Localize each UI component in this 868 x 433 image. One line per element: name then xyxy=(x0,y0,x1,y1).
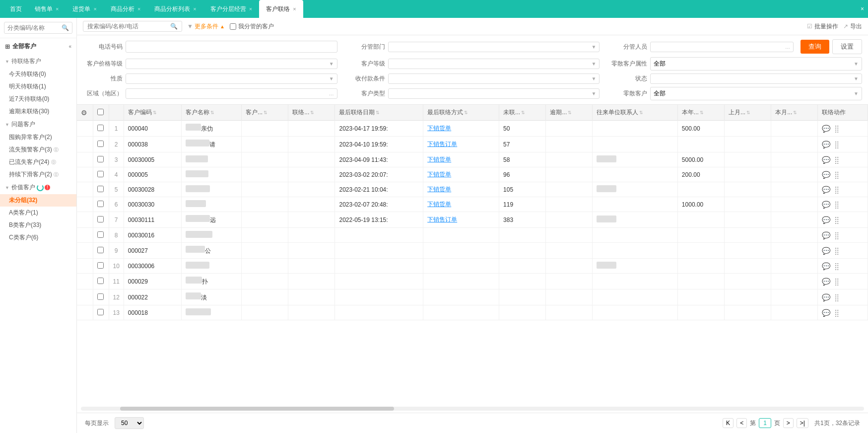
more-action-icon[interactable]: ⣿ xyxy=(834,125,839,133)
query-btn[interactable]: 查询 xyxy=(801,40,829,54)
contact-icon[interactable]: 💬 xyxy=(822,141,830,148)
close-all-btn[interactable]: × xyxy=(861,5,864,12)
sidebar-item-b-class[interactable]: B类客户(33) xyxy=(0,219,76,231)
select-all-checkbox[interactable] xyxy=(97,109,104,115)
pay-select[interactable]: ▼ xyxy=(388,73,600,84)
tab-customer-contact[interactable]: 客户联络 × xyxy=(259,0,303,18)
scrollbar-thumb[interactable] xyxy=(120,407,394,411)
last-method-link[interactable]: 下销货单 xyxy=(427,171,451,178)
close-product-list-icon[interactable]: × xyxy=(193,6,196,12)
close-sales-icon[interactable]: × xyxy=(56,6,59,12)
close-customer-seg-icon[interactable]: × xyxy=(249,6,252,12)
person-select[interactable]: … xyxy=(650,42,794,52)
last-method-link[interactable]: 下销货单 xyxy=(427,156,451,163)
more-action-icon[interactable]: ⣿ xyxy=(834,293,839,301)
tab-sales[interactable]: 销售单 × xyxy=(28,0,66,18)
tab-product-analysis[interactable]: 商品分析 × xyxy=(104,0,147,18)
row-check[interactable] xyxy=(93,197,109,212)
page-size-select[interactable]: 50 100 200 xyxy=(115,417,144,429)
row-check[interactable] xyxy=(93,137,109,152)
sidebar-item-a-class[interactable]: A类客户(1) xyxy=(0,207,76,219)
row-check[interactable] xyxy=(93,167,109,182)
contact-icon[interactable]: 💬 xyxy=(822,293,830,301)
status-select[interactable]: ▼ xyxy=(650,73,862,84)
more-action-icon[interactable]: ⣿ xyxy=(834,171,839,179)
row-check[interactable] xyxy=(93,289,109,305)
sidebar-item-today[interactable]: 今天待联络(0) xyxy=(0,68,76,80)
cust-type-select[interactable]: ▼ xyxy=(388,88,600,99)
phone-input[interactable] xyxy=(126,41,337,53)
more-action-icon[interactable]: ⣿ xyxy=(834,231,839,239)
value-customer-group[interactable]: 价值客户 ! xyxy=(0,181,76,194)
first-page-btn[interactable]: K xyxy=(723,418,734,428)
more-action-icon[interactable]: ⣿ xyxy=(834,262,839,270)
row-check[interactable] xyxy=(93,243,109,259)
batch-op-btn[interactable]: 批量操作 xyxy=(807,22,838,31)
close-product-analysis-icon[interactable]: × xyxy=(137,6,140,12)
more-action-icon[interactable]: ⣿ xyxy=(834,141,839,148)
more-conditions-btn[interactable]: ▼ 更多条件 ▲ xyxy=(187,22,225,31)
region-select[interactable]: … xyxy=(126,88,337,99)
row-check[interactable] xyxy=(93,121,109,137)
contact-icon[interactable]: 💬 xyxy=(822,186,830,194)
row-check[interactable] xyxy=(93,274,109,289)
last-method-link[interactable]: 下销售订单 xyxy=(427,216,457,223)
more-action-icon[interactable]: ⣿ xyxy=(834,278,839,286)
sidebar-item-c-class[interactable]: C类客户(6) xyxy=(0,231,76,244)
more-action-icon[interactable]: ⣿ xyxy=(834,201,839,209)
more-action-icon[interactable]: ⣿ xyxy=(834,216,839,224)
row-check[interactable] xyxy=(93,182,109,197)
export-btn[interactable]: 导出 xyxy=(843,22,862,31)
sidebar-item-overdue[interactable]: 逾期未联络(30) xyxy=(0,105,76,118)
contact-icon[interactable]: 💬 xyxy=(822,201,830,209)
sidebar-item-7days[interactable]: 近7天待联络(0) xyxy=(0,93,76,105)
problem-customer-group[interactable]: 问题客户 xyxy=(0,118,76,131)
settings-icon[interactable]: ⚙ xyxy=(81,109,87,117)
price-level-select[interactable]: ▼ xyxy=(126,59,337,69)
next-page-btn[interactable]: > xyxy=(783,418,794,428)
row-check[interactable] xyxy=(93,152,109,167)
row-check[interactable] xyxy=(93,259,109,274)
retail-attr-select[interactable]: 全部▼ xyxy=(650,57,862,71)
tab-product-list[interactable]: 商品分析列表 × xyxy=(147,0,203,18)
my-customers-checkbox[interactable] xyxy=(230,23,236,30)
close-purchase-icon[interactable]: × xyxy=(93,6,96,12)
filter-search-icon[interactable]: 🔍 xyxy=(170,23,178,30)
last-method-link[interactable]: 下销货单 xyxy=(427,201,451,208)
row-check[interactable] xyxy=(93,212,109,228)
more-action-icon[interactable]: ⣿ xyxy=(834,156,839,164)
sidebar-item-warning[interactable]: 流失预警客户(3) ⓪ xyxy=(0,144,76,156)
reset-btn[interactable]: 设置 xyxy=(832,39,862,54)
nature-select[interactable]: ▼ xyxy=(126,73,337,84)
retail-select[interactable]: 全部▼ xyxy=(650,87,862,100)
contact-icon[interactable]: 💬 xyxy=(822,171,830,179)
sidebar-item-ungroup[interactable]: 未分组(32) xyxy=(0,194,76,207)
sidebar-item-declining[interactable]: 持续下滑客户(2) ⓪ xyxy=(0,168,76,181)
collapse-icon[interactable]: « xyxy=(68,44,71,49)
contact-icon[interactable]: 💬 xyxy=(822,309,830,317)
all-customers-header[interactable]: ⊞ 全部客户 « xyxy=(0,38,76,55)
tab-customer-seg[interactable]: 客户分层经营 × xyxy=(203,0,259,18)
last-method-link[interactable]: 下销货单 xyxy=(427,186,451,193)
dept-select[interactable]: ▼ xyxy=(388,42,600,52)
contact-icon[interactable]: 💬 xyxy=(822,247,830,255)
sidebar-item-tomorrow[interactable]: 明天待联络(1) xyxy=(0,80,76,93)
refresh-icon[interactable] xyxy=(37,184,44,191)
horizontal-scrollbar[interactable] xyxy=(77,405,868,413)
contact-icon[interactable]: 💬 xyxy=(822,156,830,164)
more-action-icon[interactable]: ⣿ xyxy=(834,309,839,317)
prev-page-btn[interactable]: < xyxy=(736,418,747,428)
tab-home[interactable]: 首页 xyxy=(4,0,28,18)
contact-icon[interactable]: 💬 xyxy=(822,262,830,270)
contact-icon[interactable]: 💬 xyxy=(822,231,830,239)
contact-icon[interactable]: 💬 xyxy=(822,216,830,224)
last-page-btn[interactable]: >| xyxy=(797,418,808,428)
tab-purchase[interactable]: 进货单 × xyxy=(66,0,103,18)
contact-icon[interactable]: 💬 xyxy=(822,125,830,133)
close-customer-contact-icon[interactable]: × xyxy=(293,6,296,12)
sidebar-item-lost[interactable]: 已流失客户(24) ⓪ xyxy=(0,156,76,168)
sidebar-item-abnormal[interactable]: 囤购异常客户(2) xyxy=(0,131,76,144)
sidebar-search-icon[interactable]: 🔍 xyxy=(62,24,69,31)
cust-level-select[interactable]: ▼ xyxy=(388,59,600,69)
more-action-icon[interactable]: ⣿ xyxy=(834,186,839,194)
